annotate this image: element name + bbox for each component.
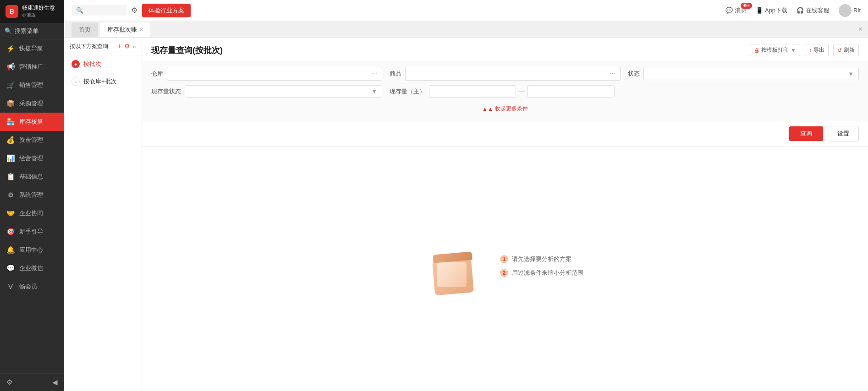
query-button[interactable]: 查询 (789, 126, 823, 141)
action-bar: 查询 设置 (142, 121, 868, 147)
print-expand-icon[interactable]: ▼ (791, 47, 796, 54)
filter-inventory-qty: 现存量（主） — (390, 85, 621, 98)
scheme-active-icon: ● (71, 60, 80, 68)
sidebar-item-marketing[interactable]: 📢 营销推广 (0, 58, 64, 76)
sidebar-item-finance[interactable]: 💰 资金管理 (0, 131, 64, 149)
empty-illustration (427, 241, 482, 296)
settings-button[interactable]: 设置 (828, 126, 859, 141)
sidebar-nav: ⚡ 快捷导航 📢 营销推广 🛒 销售管理 📦 采购管理 🏪 库存核算 💰 资金管… (0, 39, 64, 373)
sidebar-collapse-icon[interactable]: ◀ (52, 378, 58, 386)
filter-status: 状态 ▼ (628, 68, 859, 80)
inventory-status-label: 现存量状态 (151, 87, 181, 96)
tab-home[interactable]: 首页 (71, 22, 98, 37)
sidebar-label-sales: 销售管理 (19, 81, 43, 89)
username-label: Rit (853, 7, 861, 14)
export-icon: ↑ (809, 47, 812, 54)
sidebar-header: B 畅康通好生意 标准版 (0, 0, 64, 23)
scheme-item-by-warehouse-batch[interactable]: ○ 按仓库+批次 (64, 73, 142, 90)
app-name-block: 畅康通好生意 标准版 (22, 5, 55, 18)
refresh-button[interactable]: ↺ 刷新 (833, 44, 859, 56)
goods-more-icon[interactable]: ··· (610, 70, 615, 78)
app-download-button[interactable]: 📱 App下载 (756, 6, 787, 15)
warehouse-input[interactable]: ··· (167, 67, 382, 81)
left-panel: 按以下方案查询 + ⚙ « ● 按批次 ○ 按仓库+批次 (64, 38, 142, 391)
sidebar-item-inventory[interactable]: 🏪 库存核算 (0, 113, 64, 131)
left-panel-header-actions: + ⚙ « (117, 42, 136, 50)
scheme-settings-icon[interactable]: ⚙ (124, 43, 130, 50)
messages-button[interactable]: 💬 消息 99+ (725, 6, 747, 15)
sidebar-search[interactable]: 🔍 搜索菜单 (0, 23, 64, 39)
sidebar-settings-icon[interactable]: ⚙ (6, 378, 12, 386)
sidebar-item-enterprise[interactable]: 🤝 企业协同 (0, 204, 64, 223)
sidebar-icon-system: ⚙ (6, 191, 15, 199)
filter-area: 仓库 ··· 商品 ··· 状态 (142, 61, 868, 121)
qty-range-dash: — (519, 88, 525, 95)
sidebar-label-inventory: 库存核算 (19, 118, 43, 126)
filter-goods: 商品 ··· (390, 67, 621, 81)
export-button[interactable]: ↑ 导出 (805, 44, 829, 56)
right-content: 现存量查询(按批次) 🖨 按模板打印 ▼ ↑ 导出 ↺ 刷新 (142, 38, 868, 391)
warehouse-more-icon[interactable]: ··· (371, 70, 377, 78)
search-label: 搜索菜单 (15, 27, 38, 35)
inventory-qty-max[interactable] (527, 85, 615, 98)
topbar-search[interactable]: 🔍 (71, 5, 126, 16)
sidebar-item-quick-nav[interactable]: ⚡ 快捷导航 (0, 39, 64, 58)
sidebar-label-vip: 畅会员 (19, 282, 37, 291)
sidebar-item-guide[interactable]: 🎯 新手引导 (0, 223, 64, 241)
sidebar-item-system[interactable]: ⚙ 系统管理 (0, 186, 64, 204)
inventory-qty-min[interactable] (429, 85, 516, 98)
search-icon: 🔍 (5, 27, 12, 34)
collapse-more-btn[interactable]: ▲▲ 收起更多条件 (151, 102, 859, 115)
customer-service-button[interactable]: 🎧 在线客服 (797, 6, 830, 15)
step-2-text: 用过滤条件来缩小分析范围 (512, 269, 583, 277)
sidebar-icon-app-center: 🔔 (6, 246, 15, 254)
status-label: 状态 (628, 70, 640, 78)
sidebar-icon-quick-nav: ⚡ (6, 44, 15, 53)
sidebar-item-vip[interactable]: V 畅会员 (0, 277, 64, 296)
print-label: 按模板打印 (761, 46, 789, 54)
user-menu[interactable]: Rit (839, 4, 861, 17)
add-scheme-icon[interactable]: + (117, 42, 121, 50)
close-all-tabs-icon[interactable]: × (853, 21, 868, 37)
sidebar-item-wechat[interactable]: 💬 企业微信 (0, 259, 64, 277)
sidebar-icon-finance: 💰 (6, 136, 15, 144)
sidebar-icon-wechat: 💬 (6, 264, 15, 272)
tab-batch-account-label: 库存批次账 (107, 26, 137, 34)
trial-button[interactable]: 体验行业方案 (142, 4, 191, 17)
collapse-left-panel-icon[interactable]: « (133, 43, 136, 50)
sidebar-icon-sales: 🛒 (6, 81, 15, 89)
filter-row-2: 现存量状态 ▼ 现存量（主） — (151, 85, 859, 98)
page-header: 现存量查询(按批次) 🖨 按模板打印 ▼ ↑ 导出 ↺ 刷新 (142, 38, 868, 61)
sidebar-label-operations: 经营管理 (19, 154, 43, 163)
refresh-icon: ↺ (837, 47, 842, 54)
status-select[interactable]: ▼ (643, 68, 859, 80)
sidebar-item-basic-info[interactable]: 📋 基础信息 (0, 168, 64, 186)
sidebar-item-sales[interactable]: 🛒 销售管理 (0, 76, 64, 94)
left-panel-header-label: 按以下方案查询 (70, 43, 108, 50)
sidebar-icon-purchase: 📦 (6, 99, 15, 108)
sidebar-icon-vip: V (6, 282, 15, 291)
sidebar-label-finance: 资金管理 (19, 136, 43, 144)
inventory-status-select[interactable]: ▼ (185, 85, 382, 98)
scheme-by-batch-label: 按批次 (83, 60, 101, 68)
sidebar-label-enterprise: 企业协同 (19, 209, 43, 217)
sidebar-item-operations[interactable]: 📊 经营管理 (0, 149, 64, 168)
collapse-label: 收起更多条件 (495, 105, 528, 113)
goods-label: 商品 (390, 70, 401, 78)
inventory-status-arrow-icon: ▼ (371, 88, 377, 95)
print-button[interactable]: 🖨 按模板打印 ▼ (750, 44, 800, 56)
tab-batch-close-icon[interactable]: × (140, 27, 143, 33)
topbar-gear-icon[interactable]: ⚙ (131, 6, 137, 15)
topbar: 🔍 ⚙ 体验行业方案 💬 消息 99+ 📱 App下载 🎧 在线客服 Rit (64, 0, 868, 21)
inventory-qty-label: 现存量（主） (390, 87, 425, 96)
sidebar-item-purchase[interactable]: 📦 采购管理 (0, 94, 64, 113)
step-1-num: 1 (500, 255, 508, 263)
message-icon: 💬 (725, 7, 733, 14)
refresh-label: 刷新 (844, 46, 855, 54)
tab-batch-account[interactable]: 库存批次账 × (100, 22, 150, 37)
sidebar-icon-marketing: 📢 (6, 63, 15, 71)
sidebar-item-app-center[interactable]: 🔔 应用中心 (0, 241, 64, 259)
goods-input[interactable]: ··· (405, 67, 621, 81)
scheme-item-by-batch[interactable]: ● 按批次 (64, 55, 142, 73)
topbar-search-icon: 🔍 (76, 7, 83, 14)
